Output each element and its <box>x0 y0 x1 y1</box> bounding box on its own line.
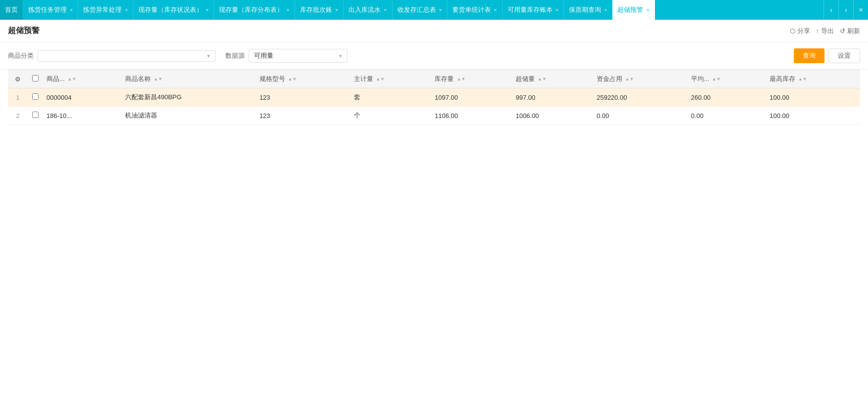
col-stock-label: 库存量 <box>434 75 454 82</box>
close-icon[interactable]: × <box>206 7 209 13</box>
nav-arrow-right[interactable]: › <box>838 0 853 20</box>
col-unit[interactable]: 主计量 ▲▼ <box>350 70 431 88</box>
cell-stock: 1106.00 <box>431 107 512 125</box>
filter-group-category: 商品分类 ▾ <box>8 50 216 62</box>
nav-item-order-stats[interactable]: 要货单统计表 × <box>447 0 502 20</box>
cell-avg: 260.00 <box>687 88 766 107</box>
cell-product-name: 机油滤清器 <box>121 107 256 125</box>
nav-item-expiry[interactable]: 保质期查询 × <box>564 0 612 20</box>
share-button[interactable]: ⬡ 分享 <box>790 27 810 36</box>
sort-icon: ▲▼ <box>625 77 634 81</box>
header-actions: ⬡ 分享 ↑ 导出 ↺ 刷新 <box>790 27 861 36</box>
cell-unit: 个 <box>350 107 431 125</box>
table-header-row: ⚙ 商品... ▲▼ 商品名称 ▲▼ 规格型号 ▲▼ <box>8 70 860 88</box>
row-checkbox-cell <box>28 88 43 107</box>
close-icon[interactable]: × <box>286 7 289 13</box>
datasource-label: 数据源 <box>225 51 245 60</box>
chevron-down-icon: ▾ <box>339 53 342 59</box>
gear-icon[interactable]: ⚙ <box>15 76 21 83</box>
nav-item-batch[interactable]: 库存批次账 × <box>295 0 344 20</box>
col-stock[interactable]: 库存量 ▲▼ <box>431 70 512 88</box>
cell-product-code: 186-10... <box>43 107 121 125</box>
nav-item-inout[interactable]: 出入库流水 × <box>344 0 392 20</box>
export-icon: ↑ <box>816 27 820 35</box>
cell-capital: 259220.00 <box>593 88 687 107</box>
filter-area: 商品分类 ▾ 数据源 可用量 ▾ 查询 设置 <box>0 42 868 70</box>
row-num: 2 <box>8 107 28 125</box>
close-icon[interactable]: × <box>646 7 649 13</box>
cell-max-stock: 100.00 <box>766 88 860 107</box>
cell-avg: 0.00 <box>687 107 766 125</box>
col-spec-label: 规格型号 <box>260 75 285 82</box>
col-product-code-label: 商品... <box>46 75 65 82</box>
close-icon[interactable]: × <box>70 7 73 13</box>
close-icon[interactable]: × <box>335 7 338 13</box>
table-container: ⚙ 商品... ▲▼ 商品名称 ▲▼ 规格型号 ▲▼ <box>0 70 868 125</box>
query-button[interactable]: 查询 <box>794 48 825 63</box>
share-icon: ⬡ <box>790 27 795 35</box>
settings-button[interactable]: 设置 <box>828 48 860 63</box>
nav-item-task[interactable]: 拣货任务管理 × <box>23 0 78 20</box>
close-icon[interactable]: × <box>556 7 559 13</box>
filter-group-datasource: 数据源 可用量 ▾ <box>225 49 347 63</box>
nav-item-summary[interactable]: 收发存汇总表 × <box>392 0 447 20</box>
sort-icon: ▲▼ <box>67 77 76 81</box>
sort-icon: ▲▼ <box>538 77 547 81</box>
row-checkbox[interactable] <box>32 93 39 100</box>
cell-overstock: 997.00 <box>512 88 593 107</box>
nav-item-stock-dist[interactable]: 现存量（库存分布表） × <box>214 0 295 20</box>
nav-bar: 首页 拣货任务管理 × 拣货异常处理 × 现存量（库存状况表） × 现存量（库存… <box>0 0 868 20</box>
nav-item-available[interactable]: 可用量库存账本 × <box>503 0 564 20</box>
col-capital-label: 资金占用 <box>597 75 622 82</box>
col-unit-label: 主计量 <box>354 75 373 82</box>
close-icon[interactable]: × <box>125 7 128 13</box>
nav-item-home[interactable]: 首页 <box>0 0 23 20</box>
page-header: 超储预警 ⬡ 分享 ↑ 导出 ↺ 刷新 <box>0 20 868 42</box>
col-product-name[interactable]: 商品名称 ▲▼ <box>121 70 256 88</box>
col-gear: ⚙ <box>8 70 28 88</box>
col-checkbox <box>28 70 43 88</box>
col-spec[interactable]: 规格型号 ▲▼ <box>256 70 350 88</box>
row-checkbox[interactable] <box>32 112 39 118</box>
refresh-button[interactable]: ↺ 刷新 <box>840 27 860 36</box>
cell-spec: 123 <box>256 88 350 107</box>
col-avg[interactable]: 平均... ▲▼ <box>687 70 766 88</box>
col-max-stock[interactable]: 最高库存 ▲▼ <box>766 70 860 88</box>
col-avg-label: 平均... <box>691 75 709 82</box>
row-checkbox-cell <box>28 107 43 125</box>
cell-max-stock: 100.00 <box>766 107 860 125</box>
select-all-checkbox[interactable] <box>32 75 39 81</box>
nav-item-stock-status[interactable]: 现存量（库存状况表） × <box>133 0 214 20</box>
cell-stock: 1097.00 <box>431 88 512 107</box>
close-icon[interactable]: × <box>494 7 497 13</box>
datasource-select[interactable]: 可用量 ▾ <box>249 49 347 63</box>
data-table: ⚙ 商品... ▲▼ 商品名称 ▲▼ 规格型号 ▲▼ <box>8 70 860 125</box>
col-overstock-label: 超储量 <box>516 75 535 82</box>
nav-item-overstock[interactable]: 超储预警 × <box>612 0 654 20</box>
sort-icon: ▲▼ <box>457 77 466 81</box>
sort-icon: ▲▼ <box>712 77 721 81</box>
category-label: 商品分类 <box>8 51 34 60</box>
datasource-select-value: 可用量 <box>254 51 273 60</box>
close-icon[interactable]: × <box>439 7 442 13</box>
export-button[interactable]: ↑ 导出 <box>816 27 834 36</box>
cell-product-code: 0000004 <box>43 88 121 107</box>
category-select[interactable]: ▾ <box>38 50 216 62</box>
refresh-icon: ↺ <box>840 27 845 35</box>
cell-unit: 套 <box>350 88 431 107</box>
col-product-code[interactable]: 商品... ▲▼ <box>43 70 121 88</box>
row-num: 1 <box>8 88 28 107</box>
nav-item-abnormal[interactable]: 拣货异常处理 × <box>78 0 133 20</box>
nav-arrow-left[interactable]: ‹ <box>824 0 838 20</box>
nav-arrow-close[interactable]: × <box>853 0 868 20</box>
col-overstock[interactable]: 超储量 ▲▼ <box>512 70 593 88</box>
cell-product-name: 六配套新昌490BPG <box>121 88 256 107</box>
close-icon[interactable]: × <box>604 7 607 13</box>
filter-actions: 查询 设置 <box>794 48 860 63</box>
table-row: 2 186-10... 机油滤清器 123 个 1106.00 1006.00 … <box>8 107 860 125</box>
col-max-stock-label: 最高库存 <box>770 75 795 82</box>
cell-spec: 123 <box>256 107 350 125</box>
close-icon[interactable]: × <box>384 7 387 13</box>
cell-capital: 0.00 <box>593 107 687 125</box>
col-capital[interactable]: 资金占用 ▲▼ <box>593 70 687 88</box>
